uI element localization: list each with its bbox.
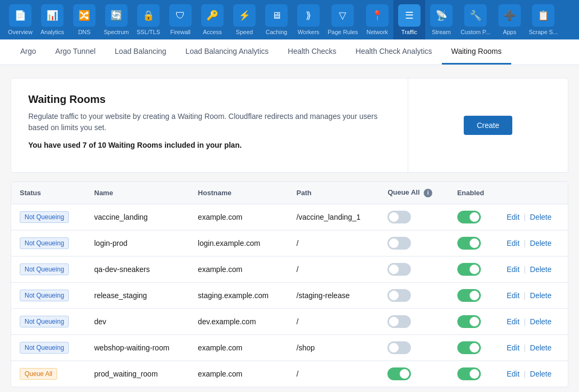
edit-button[interactable]: Edit (507, 239, 520, 247)
edit-button[interactable]: Edit (507, 317, 520, 326)
cell-name: prod_waiting_room (86, 361, 189, 387)
nav-item-overview[interactable]: 📄 Overview (4, 0, 36, 39)
cell-enabled (449, 361, 498, 387)
nav-item-caching[interactable]: 🖥 Caching (260, 0, 292, 39)
sub-nav: ArgoArgo TunnelLoad BalancingLoad Balanc… (0, 39, 579, 65)
sub-nav-item-argo-tunnel[interactable]: Argo Tunnel (46, 39, 106, 65)
nav-label-workers: Workers (298, 29, 320, 35)
table-row: Not Queueing qa-dev-sneakers example.com… (11, 257, 568, 283)
nav-label-access: Access (203, 29, 221, 35)
cell-actions: Edit | Delete (498, 361, 568, 387)
queue-all-toggle[interactable] (387, 237, 411, 250)
status-badge: Not Queueing (20, 263, 69, 275)
queue-all-toggle[interactable] (387, 341, 411, 354)
table-row: Queue All prod_waiting_room example.com … (11, 361, 568, 387)
header-card-right: Create (408, 78, 568, 172)
enabled-slider (457, 315, 481, 328)
nav-item-analytics[interactable]: 📊 Analytics (36, 0, 68, 39)
queue-all-slider (387, 289, 411, 302)
edit-button[interactable]: Edit (507, 370, 520, 378)
table-header-row: Status Name Hostname Path Queue All i En… (11, 182, 568, 204)
nav-label-dns: DNS (78, 29, 90, 35)
nav-icon-custom-p: 🔧 (464, 4, 487, 27)
cell-actions: Edit | Delete (498, 309, 568, 335)
col-hostname: Hostname (189, 182, 288, 204)
sub-nav-item-waiting-rooms[interactable]: Waiting Rooms (442, 39, 511, 65)
plan-message: You have used 7 of 10 Waiting Rooms incl… (28, 140, 391, 151)
nav-label-scrape-s: Scrape S... (529, 29, 558, 35)
edit-button[interactable]: Edit (507, 343, 520, 352)
queue-all-toggle[interactable] (387, 263, 411, 276)
sub-nav-item-load-balancing-analytics[interactable]: Load Balancing Analytics (176, 39, 279, 65)
delete-button[interactable]: Delete (530, 343, 551, 352)
nav-item-spectrum[interactable]: 🔄 Spectrum (100, 0, 132, 39)
nav-item-speed[interactable]: ⚡ Speed (228, 0, 260, 39)
nav-item-apps[interactable]: ➕ Apps (494, 0, 526, 39)
nav-label-stream: Stream (432, 29, 450, 35)
enabled-toggle[interactable] (457, 211, 481, 223)
cell-hostname: example.com (189, 204, 288, 230)
create-button[interactable]: Create (464, 116, 512, 135)
delete-button[interactable]: Delete (530, 265, 551, 274)
delete-button[interactable]: Delete (530, 291, 551, 300)
nav-item-ssl-tls[interactable]: 🔒 SSL/TLS (132, 0, 164, 39)
nav-item-network[interactable]: 📍 Network (361, 0, 393, 39)
queue-all-info-icon[interactable]: i (424, 189, 432, 197)
delete-button[interactable]: Delete (530, 239, 551, 247)
enabled-slider (457, 341, 481, 354)
queue-all-slider (387, 263, 411, 276)
delete-button[interactable]: Delete (530, 213, 551, 221)
enabled-toggle[interactable] (457, 315, 481, 328)
cell-name: dev (86, 309, 189, 335)
cell-enabled (449, 335, 498, 361)
nav-label-custom-p: Custom P... (461, 29, 490, 35)
nav-item-scrape-s[interactable]: 📋 Scrape S... (526, 0, 561, 39)
sub-nav-item-load-balancing[interactable]: Load Balancing (105, 39, 176, 65)
edit-button[interactable]: Edit (507, 291, 520, 300)
nav-item-traffic[interactable]: ☰ Traffic (393, 0, 425, 39)
edit-button[interactable]: Edit (507, 213, 520, 221)
queue-all-toggle[interactable] (387, 211, 411, 223)
cell-hostname: example.com (189, 257, 288, 283)
nav-icon-apps: ➕ (498, 4, 521, 27)
enabled-toggle[interactable] (457, 367, 481, 380)
nav-item-page-rules[interactable]: ▽ Page Rules (324, 0, 361, 39)
cell-status: Not Queueing (11, 204, 86, 230)
nav-item-firewall[interactable]: 🛡 Firewall (164, 0, 196, 39)
nav-icon-firewall: 🛡 (169, 4, 192, 27)
nav-item-access[interactable]: 🔑 Access (196, 0, 228, 39)
nav-item-stream[interactable]: 📡 Stream (425, 0, 457, 39)
cell-name: release_staging (86, 283, 189, 309)
queue-all-slider (387, 367, 411, 380)
nav-icon-workers: ⟫ (297, 4, 320, 27)
status-badge: Not Queueing (20, 290, 69, 301)
delete-button[interactable]: Delete (530, 370, 551, 378)
nav-item-custom-p[interactable]: 🔧 Custom P... (457, 0, 494, 39)
cell-name: webshop-waiting-room (86, 335, 189, 361)
queue-all-toggle[interactable] (387, 315, 411, 328)
cell-queue-all (379, 204, 448, 230)
queue-all-toggle[interactable] (387, 289, 411, 302)
queue-all-toggle[interactable] (387, 367, 411, 380)
action-separator: | (524, 291, 526, 300)
nav-icon-spectrum: 🔄 (105, 4, 128, 27)
enabled-toggle[interactable] (457, 263, 481, 276)
cell-actions: Edit | Delete (498, 283, 568, 309)
cell-actions: Edit | Delete (498, 230, 568, 257)
cell-queue-all (379, 361, 448, 387)
edit-button[interactable]: Edit (507, 265, 520, 274)
enabled-toggle[interactable] (457, 341, 481, 354)
enabled-toggle[interactable] (457, 289, 481, 302)
col-name: Name (86, 182, 189, 204)
nav-icon-analytics: 📊 (41, 4, 64, 27)
sub-nav-item-health-check-analytics[interactable]: Health Check Analytics (346, 39, 441, 65)
delete-button[interactable]: Delete (530, 317, 551, 326)
nav-icon-dns: 🔀 (73, 4, 96, 27)
nav-item-workers[interactable]: ⟫ Workers (292, 0, 324, 39)
enabled-toggle[interactable] (457, 237, 481, 250)
sub-nav-item-argo[interactable]: Argo (11, 39, 46, 65)
nav-item-dns[interactable]: 🔀 DNS (68, 0, 100, 39)
header-card: Waiting Rooms Regulate traffic to your w… (11, 78, 568, 173)
nav-icon-ssl-tls: 🔒 (137, 4, 160, 27)
sub-nav-item-health-checks[interactable]: Health Checks (278, 39, 346, 65)
